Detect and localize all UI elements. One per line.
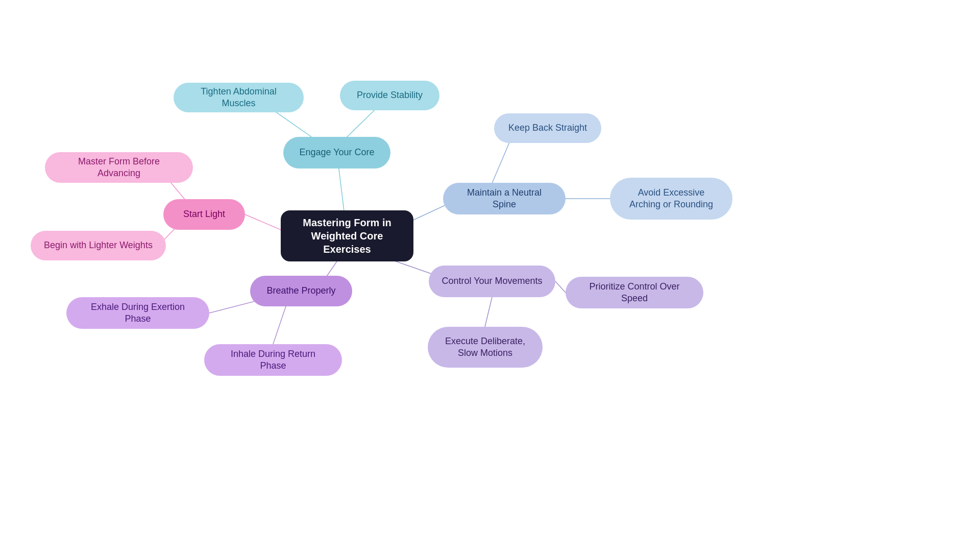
begin-lighter-node: Begin with Lighter Weights xyxy=(31,231,166,260)
center-label: Mastering Form in Weighted Core Exercise… xyxy=(293,216,401,256)
exhale-exertion-label: Exhale During Exertion Phase xyxy=(79,301,197,325)
control-movements-node: Control Your Movements xyxy=(429,266,555,297)
keep-back-straight-node: Keep Back Straight xyxy=(494,113,601,143)
master-form-node: Master Form Before Advancing xyxy=(45,152,193,183)
prioritize-control-label: Prioritize Control Over Speed xyxy=(578,281,691,305)
control-movements-label: Control Your Movements xyxy=(442,275,542,287)
svg-line-13 xyxy=(555,281,566,293)
avoid-excessive-label: Avoid Excessive Arching or Rounding xyxy=(622,187,720,211)
svg-line-11 xyxy=(273,306,286,344)
prioritize-control-node: Prioritize Control Over Speed xyxy=(566,277,703,308)
start-light-label: Start Light xyxy=(183,208,225,220)
breathe-properly-label: Breathe Properly xyxy=(266,285,335,297)
engage-core-node: Engage Your Core xyxy=(283,137,390,169)
start-light-node: Start Light xyxy=(163,199,245,230)
tighten-abdominal-node: Tighten Abdominal Muscles xyxy=(174,83,304,112)
inhale-return-label: Inhale During Return Phase xyxy=(216,348,330,372)
provide-stability-label: Provide Stability xyxy=(357,89,423,101)
execute-deliberate-node: Execute Deliberate, Slow Motions xyxy=(428,327,543,368)
tighten-abdominal-label: Tighten Abdominal Muscles xyxy=(186,86,291,110)
execute-deliberate-label: Execute Deliberate, Slow Motions xyxy=(440,335,530,359)
neutral-spine-node: Maintain a Neutral Spine xyxy=(443,183,566,214)
center-node: Mastering Form in Weighted Core Exercise… xyxy=(281,210,413,261)
svg-line-14 xyxy=(485,297,492,327)
neutral-spine-label: Maintain a Neutral Spine xyxy=(455,187,553,211)
keep-back-straight-label: Keep Back Straight xyxy=(508,122,587,134)
inhale-return-node: Inhale During Return Phase xyxy=(204,344,342,376)
master-form-label: Master Form Before Advancing xyxy=(57,156,181,180)
provide-stability-node: Provide Stability xyxy=(340,81,439,110)
exhale-exertion-node: Exhale During Exertion Phase xyxy=(66,297,209,329)
begin-lighter-label: Begin with Lighter Weights xyxy=(44,239,153,251)
breathe-properly-node: Breathe Properly xyxy=(250,276,352,306)
avoid-excessive-node: Avoid Excessive Arching or Rounding xyxy=(610,178,732,220)
engage-core-label: Engage Your Core xyxy=(299,147,374,158)
